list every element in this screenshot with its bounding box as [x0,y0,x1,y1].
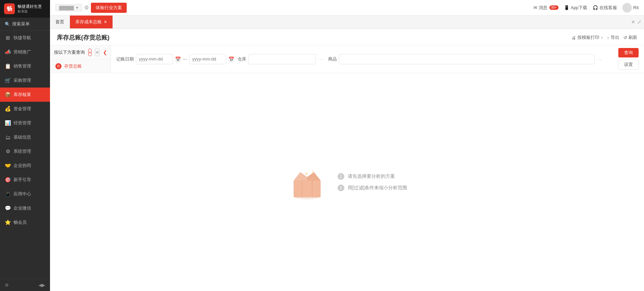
sidebar-item-inventory[interactable]: 📦 库存核算 [0,88,50,102]
product-more-btn[interactable]: ··· [597,56,603,62]
sidebar-item-sales[interactable]: 📋 销售管理 [0,59,50,73]
scheme-item-inventory[interactable]: 存 存货总账 [50,60,110,73]
sidebar-item-label: 营销推广 [14,49,31,55]
breadcrumb[interactable]: ▓▓▓▓▓ ▾ [55,4,82,11]
app-download-btn[interactable]: 📱 App下载 [564,5,587,11]
page-header: 库存总账(存货总账) 🖨 按模板打印 ▾ ↑ 导出 ↺ 刷新 [50,29,644,45]
topbar-nav: ▓▓▓▓▓ ▾ ⚙ 体验行业方案 [55,3,529,13]
filter-add-button[interactable]: + [88,49,92,56]
newbie-icon: 🎯 [5,177,11,183]
messages-badge: 99+ [549,5,559,10]
sidebar-item-enterprise[interactable]: 🤝 企业协同 [0,159,50,173]
tip-text-2: 用[过滤]条件来缩小分析范围 [348,185,407,191]
sidebar-footer: ⚙ ◀▶ [0,279,50,291]
member-icon: ⭐ [5,219,11,225]
print-label: 按模板打印 [577,34,599,41]
warehouse-filter-group: 仓库 ··· [238,54,325,64]
avatar [622,3,632,13]
sidebar-item-purchase[interactable]: 🛒 采购管理 [0,73,50,88]
app-logo: 畅 畅捷通好生意 标准版 [0,0,50,18]
sidebar-item-wechat[interactable]: 💬 企业微信 [0,201,50,215]
logo-text: 畅捷通好生意 标准版 [18,4,42,14]
tab-close-icon[interactable]: ✕ [104,20,107,24]
finance-icon: 💰 [5,106,11,112]
inventory-icon: 📦 [5,92,11,98]
chevron-down-icon: ▾ [601,35,603,40]
system-icon: ⚙ [5,148,11,154]
settings-button[interactable]: 设置 [618,59,639,70]
marketing-icon: 📣 [5,49,11,55]
topbar: ▓▓▓▓▓ ▾ ⚙ 体验行业方案 ✉ 消息 99+ 📱 App下载 🎧 在线客服 [50,0,644,16]
tab-home[interactable]: 首页 [50,16,70,28]
sidebar-item-label: 销售管理 [14,63,31,69]
online-support-btn[interactable]: 🎧 在线客服 [593,5,617,11]
sidebar-item-system[interactable]: ⚙ 系统管理 [0,144,50,159]
sidebar-item-label: 基础信息 [14,134,31,140]
search-icon: 🔍 [5,22,10,27]
tab-expand-icon[interactable]: ⤢ [637,19,641,25]
phone-icon: 📱 [564,5,569,10]
print-btn[interactable]: 🖨 按模板打印 ▾ [572,34,603,41]
sidebar-item-finance[interactable]: 💰 资金管理 [0,102,50,116]
search-menu[interactable]: 🔍 搜索菜单 [0,18,50,31]
tip-item-1: 1 请先选择要分析的方案 [338,173,407,180]
warehouse-input[interactable] [248,54,316,64]
tab-inventory-cost[interactable]: 库存成本总账 ✕ [70,16,113,28]
collapse-icon[interactable]: ◀▶ [39,283,45,288]
export-label: 导出 [611,34,619,41]
warehouse-label: 仓库 [238,56,246,62]
gear-icon[interactable]: ⚙ [84,4,89,11]
date-separator: — [183,56,187,62]
business-icon: 📊 [5,120,11,126]
sidebar-item-marketing[interactable]: 📣 营销推广 [0,45,50,59]
refresh-icon: ↺ [623,35,627,40]
sidebar-item-app-center[interactable]: 📱 应用中心 [0,187,50,201]
calendar-to-icon[interactable]: 📅 [228,56,234,62]
sales-icon: 📋 [5,63,11,69]
sidebar-item-label: 采购管理 [14,77,31,83]
sidebar-item-business[interactable]: 📊 经营管理 [0,116,50,130]
sidebar-item-label: 应用中心 [14,191,31,197]
sidebar: 畅 畅捷通好生意 标准版 🔍 搜索菜单 ⊞ 快捷导航 📣 营销推广 📋 销售管理… [0,0,50,291]
headset-icon: 🎧 [593,5,598,10]
user-menu[interactable]: Rit [622,3,639,13]
date-label: 记账日期 [116,56,134,62]
calendar-from-icon[interactable]: 📅 [175,56,181,62]
date-to-input[interactable] [189,54,226,64]
app-download-label: App下载 [571,5,587,11]
date-filter-group: 记账日期 📅 — 📅 [116,54,234,64]
svg-text:✦: ✦ [311,170,314,173]
date-from-input[interactable] [136,54,173,64]
query-button[interactable]: 查询 [618,48,639,57]
settings-icon[interactable]: ⚙ [5,283,9,288]
sidebar-item-basic[interactable]: 🗂 基础信息 [0,130,50,144]
industry-btn[interactable]: 体验行业方案 [91,3,127,13]
home-tab-label: 首页 [55,19,64,25]
filter-expand-icon[interactable]: ❮ [103,50,107,55]
scheme-item-label: 存货总账 [64,63,82,69]
page-header-actions: 🖨 按模板打印 ▾ ↑ 导出 ↺ 刷新 [572,34,638,41]
wechat-icon: 💬 [5,205,11,211]
product-input[interactable] [339,54,595,64]
tab-close-right-icon[interactable]: ✕ [631,19,635,25]
tip-number-1: 1 [338,173,344,180]
messages-btn[interactable]: ✉ 消息 99+ [534,5,559,11]
refresh-btn[interactable]: ↺ 刷新 [623,34,637,41]
filter-close-button[interactable]: ✕ [95,49,100,56]
scheme-icon: 存 [55,63,61,69]
enterprise-icon: 🤝 [5,163,11,169]
warehouse-more-btn[interactable]: ··· [318,56,325,62]
empty-tips: 1 请先选择要分析的方案 2 用[过滤]条件来缩小分析范围 [338,173,407,191]
sidebar-item-member[interactable]: ⭐ 畅会员 [0,215,50,229]
export-btn[interactable]: ↑ 导出 [607,34,620,41]
sidebar-item-newbie[interactable]: 🎯 新手引导 [0,173,50,187]
basic-icon: 🗂 [5,135,11,140]
product-label: 商品 [328,56,337,62]
sidebar-item-label: 畅会员 [14,219,27,225]
export-icon: ↑ [607,35,610,40]
app-center-icon: 📱 [5,191,11,197]
logo-icon: 畅 [4,3,15,14]
sidebar-item-quick-nav[interactable]: ⊞ 快捷导航 [0,31,50,45]
refresh-label: 刷新 [628,34,637,41]
sidebar-item-label: 经营管理 [14,120,31,126]
